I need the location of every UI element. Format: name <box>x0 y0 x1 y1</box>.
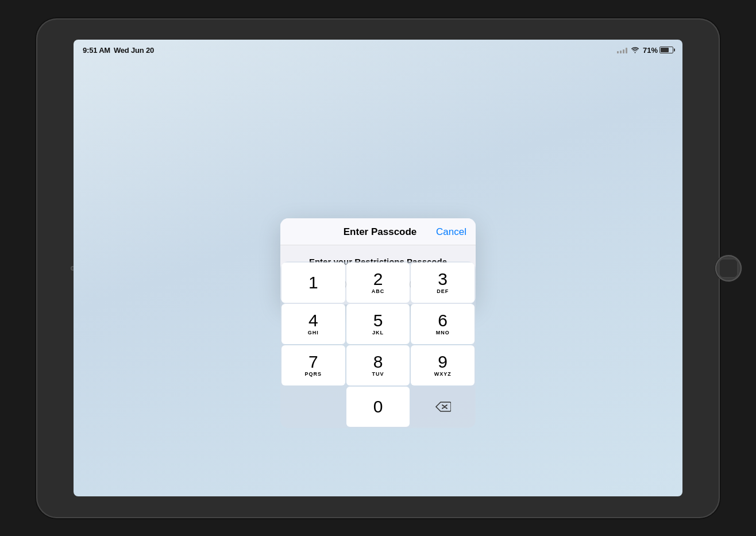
battery-percent: 71% <box>643 46 658 55</box>
key-3[interactable]: 3 DEF <box>411 263 475 303</box>
status-bar: 9:51 AM Wed Jun 20 71% <box>74 40 682 60</box>
key-8[interactable]: 8 TUV <box>346 345 410 385</box>
status-date: Wed Jun 20 <box>114 46 154 55</box>
key-1[interactable]: 1 <box>281 263 345 303</box>
key-4[interactable]: 4 GHI <box>281 304 345 344</box>
key-7[interactable]: 7 PQRS <box>281 345 345 385</box>
keypad-wrapper: 1 2 ABC 3 DEF 4 GHI <box>280 261 476 428</box>
status-right: 71% <box>617 46 673 55</box>
delete-icon <box>435 401 451 412</box>
dialog-header: Enter Passcode Cancel <box>280 218 476 245</box>
status-time: 9:51 AM <box>83 46 110 55</box>
dialog-title: Enter Passcode <box>324 226 436 238</box>
key-9[interactable]: 9 WXYZ <box>411 345 475 385</box>
wifi-icon <box>631 47 639 53</box>
key-2[interactable]: 2 ABC <box>346 263 410 303</box>
battery-fill <box>661 48 669 52</box>
keypad: 1 2 ABC 3 DEF 4 GHI <box>280 261 476 428</box>
key-0[interactable]: 0 <box>346 387 410 427</box>
signal-icon <box>617 47 627 53</box>
key-delete[interactable] <box>411 387 475 427</box>
home-button-inner <box>719 259 738 278</box>
key-empty <box>281 387 345 427</box>
key-6[interactable]: 6 MNO <box>411 304 475 344</box>
battery-area: 71% <box>643 46 673 55</box>
key-5[interactable]: 5 JKL <box>346 304 410 344</box>
cancel-button[interactable]: Cancel <box>436 226 466 238</box>
ipad-frame: 9:51 AM Wed Jun 20 71% <box>36 18 720 518</box>
ipad-screen: 9:51 AM Wed Jun 20 71% <box>74 40 682 496</box>
screen-content: Enter Passcode Cancel Enter your Restric… <box>74 60 682 496</box>
battery-icon <box>659 47 673 53</box>
home-button[interactable] <box>715 255 742 282</box>
